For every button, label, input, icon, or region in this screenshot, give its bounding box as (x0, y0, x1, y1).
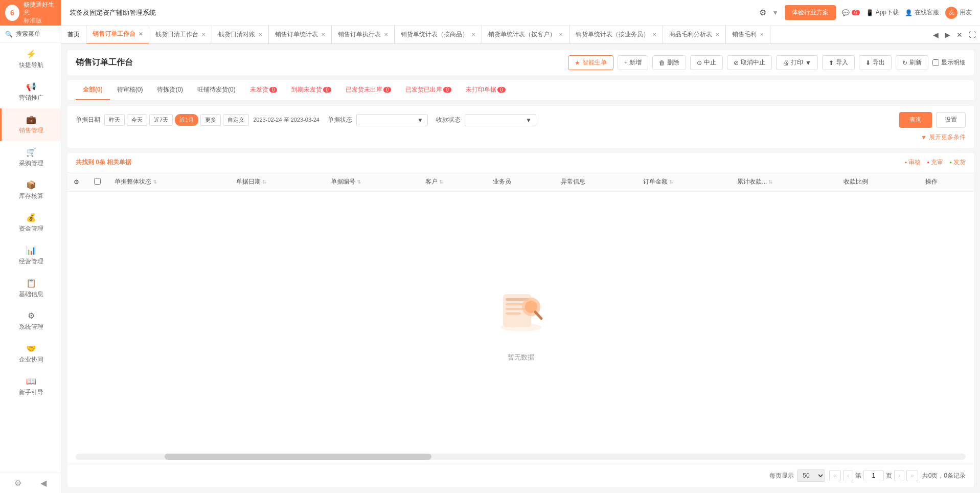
print-button[interactable]: 🖨 打印 ▼ (776, 55, 818, 70)
filter-tab-all[interactable]: 全部(0) (76, 80, 110, 100)
payment-select[interactable]: ▼ (465, 114, 536, 126)
filter-tab-shipped-out[interactable]: 已发货已出库0 (398, 80, 459, 100)
first-page-btn[interactable]: « (829, 470, 841, 481)
app-download-btn[interactable]: 📱 App下载 (866, 8, 899, 17)
tab-cash-daily[interactable]: 钱货日清工作台 ✕ (149, 26, 212, 44)
import-button[interactable]: ⬆ 导入 (822, 55, 855, 70)
per-page-select[interactable]: 50 20 100 (797, 469, 825, 482)
tab-sales-by-staff[interactable]: 销货单统计表（按业务员） ✕ (569, 26, 663, 44)
th-salesperson: 业务员 (487, 172, 555, 192)
delete-button[interactable]: 🗑 删除 (652, 55, 686, 70)
date-btn-7days[interactable]: 近7天 (149, 114, 173, 126)
tab-close-icon[interactable]: ✕ (760, 32, 764, 37)
date-btn-more[interactable]: 更多 (200, 114, 221, 126)
sidebar-item-basic-info[interactable]: 📋 基础信息 (0, 272, 61, 305)
tab-cash-reconcile[interactable]: 钱货日清对账 ✕ (212, 26, 269, 44)
collapse-btn[interactable]: ◀ (40, 478, 47, 488)
scroll-thumb[interactable] (165, 454, 431, 460)
tab-label: 销货单统计表（按客户） (488, 30, 556, 39)
show-detail-input[interactable] (932, 59, 939, 66)
tab-sales-by-product[interactable]: 销货单统计表（按商品） ✕ (395, 26, 482, 44)
filter-tab-pending-pick[interactable]: 待拣货(0) (150, 80, 190, 100)
message-btn[interactable]: 💬 6 (842, 9, 860, 16)
sidebar-item-marketing[interactable]: 📢 营销推广 (0, 76, 61, 108)
date-btn-yesterday[interactable]: 昨天 (104, 114, 125, 126)
audit-action-btn[interactable]: 审核 (904, 158, 921, 167)
sidebar-item-system[interactable]: ⚙ 系统管理 (0, 305, 61, 338)
sidebar-item-operation[interactable]: 📊 经营管理 (0, 239, 61, 272)
page-toolbar: ★ 智能生单 + 新增 🗑 删除 ⊙ 中止 ⊘ 取消中止 🖨 (568, 55, 966, 70)
tab-close-icon[interactable]: ✕ (258, 32, 262, 37)
sidebar-item-quick-nav[interactable]: ⚡ 快捷导航 (0, 43, 61, 76)
industry-button[interactable]: 体验行业方案 (785, 5, 836, 20)
tab-fullscreen-btn[interactable]: ⛶ (967, 29, 978, 41)
date-btn-1month[interactable]: 近1月 (175, 114, 198, 126)
smart-order-button[interactable]: ★ 智能生单 (568, 55, 613, 70)
last-page-btn[interactable]: » (906, 470, 918, 481)
filter-tab-not-shipped[interactable]: 未发货0 (243, 80, 285, 100)
tab-close-icon[interactable]: ✕ (201, 32, 206, 37)
expand-filter-btn[interactable]: ▼ 展开更多条件 (921, 133, 966, 142)
user-btn[interactable]: 友 用友 (945, 7, 972, 19)
table-header-row: ⚙ 单据整体状态 ⇅ (67, 172, 974, 192)
tab-sales-order-workbench[interactable]: 销售订单工作台 ✕ (86, 26, 149, 44)
finance-label: 资金管理 (19, 225, 43, 233)
sidebar-item-search[interactable]: 🔍 搜索菜单 (0, 26, 61, 43)
tab-close-icon[interactable]: ✕ (471, 32, 475, 37)
home-label: 首页 (67, 30, 80, 39)
filter-tab-wangpu-ship[interactable]: 旺铺待发货(0) (190, 80, 243, 100)
query-button[interactable]: 查询 (899, 112, 932, 128)
tab-sales-margin[interactable]: 销售毛利 ✕ (726, 26, 770, 44)
sidebar-item-guide[interactable]: 📖 新手引导 (0, 370, 61, 403)
sidebar-item-sales[interactable]: 💼 销售管理 (0, 108, 61, 141)
sidebar-item-inventory[interactable]: 📦 库存核算 (0, 174, 61, 207)
tab-sales-exec[interactable]: 销售订单执行表 ✕ (332, 26, 395, 44)
sidebar-item-finance[interactable]: 💰 资金管理 (0, 207, 61, 239)
prev-page-btn[interactable]: ‹ (843, 470, 853, 481)
add-button[interactable]: + 新增 (618, 55, 648, 70)
tab-close-icon[interactable]: ✕ (559, 32, 563, 37)
filter-tab-shipped-not-out[interactable]: 已发货未出库0 (338, 80, 399, 100)
filter-tab-pending-review[interactable]: 待审核(0) (110, 80, 150, 100)
dropdown-arrow-icon2: ▼ (526, 117, 532, 124)
tab-next-btn[interactable]: ▶ (943, 29, 952, 41)
horizontal-scrollbar[interactable] (76, 454, 966, 460)
refresh-button[interactable]: ↻ 刷新 (896, 55, 928, 70)
status-select[interactable]: ▼ (356, 114, 428, 126)
tab-sales-by-customer[interactable]: 销货单统计表（按客户） ✕ (482, 26, 569, 44)
cancel-stop-button[interactable]: ⊘ 取消中止 (727, 55, 772, 70)
show-detail-checkbox[interactable]: 显示明细 (932, 58, 966, 67)
online-service-btn[interactable]: 👤 在线客服 (905, 8, 939, 17)
settings-button[interactable]: 设置 (936, 112, 966, 128)
ship-action-btn[interactable]: 发货 (949, 158, 966, 167)
stop-button[interactable]: ⊙ 中止 (690, 55, 723, 70)
sidebar-item-cooperation[interactable]: 🤝 企业协同 (0, 338, 61, 370)
page-content: 销售订单工作台 ★ 智能生单 + 新增 🗑 删除 ⊙ 中止 ⊘ 取消中止 (61, 44, 980, 493)
column-settings-icon[interactable]: ⚙ (74, 178, 79, 186)
tab-close-icon[interactable]: ✕ (715, 32, 719, 37)
tab-close-all-btn[interactable]: ✕ (954, 29, 965, 41)
settings-btn[interactable]: ⚙ (14, 478, 21, 488)
tab-close-icon[interactable]: ✕ (321, 32, 325, 37)
tab-close-icon[interactable]: ✕ (384, 32, 388, 37)
tab-prev-btn[interactable]: ◀ (931, 29, 941, 41)
tab-close-icon[interactable]: ✕ (652, 32, 656, 37)
guide-icon: 📖 (26, 376, 36, 386)
next-page-btn[interactable]: › (894, 470, 904, 481)
tab-home[interactable]: 首页 (61, 26, 86, 44)
date-btn-today[interactable]: 今天 (127, 114, 147, 126)
sidebar-item-purchase[interactable]: 🛒 采购管理 (0, 141, 61, 174)
tab-sales-stats[interactable]: 销售订单统计表 ✕ (269, 26, 332, 44)
select-all-checkbox[interactable] (94, 178, 101, 185)
export-button[interactable]: ⬇ 导出 (859, 55, 892, 70)
dropdown-icon[interactable]: ▼ (772, 9, 779, 16)
date-btn-custom[interactable]: 自定义 (223, 114, 249, 126)
page-number-input[interactable] (863, 470, 884, 481)
filter-tab-not-printed[interactable]: 未打印单据0 (459, 80, 513, 100)
tab-close-icon[interactable]: ✕ (139, 31, 143, 37)
tab-gross-profit[interactable]: 商品毛利分析表 ✕ (663, 26, 726, 44)
filter-tab-overdue-not-shipped[interactable]: 到期未发货0 (284, 80, 338, 100)
header-settings-icon[interactable]: ⚙ (759, 8, 766, 17)
void-action-btn[interactable]: 充审 (927, 158, 943, 167)
table-count: 共找到 0条 相关单据 (76, 158, 131, 167)
